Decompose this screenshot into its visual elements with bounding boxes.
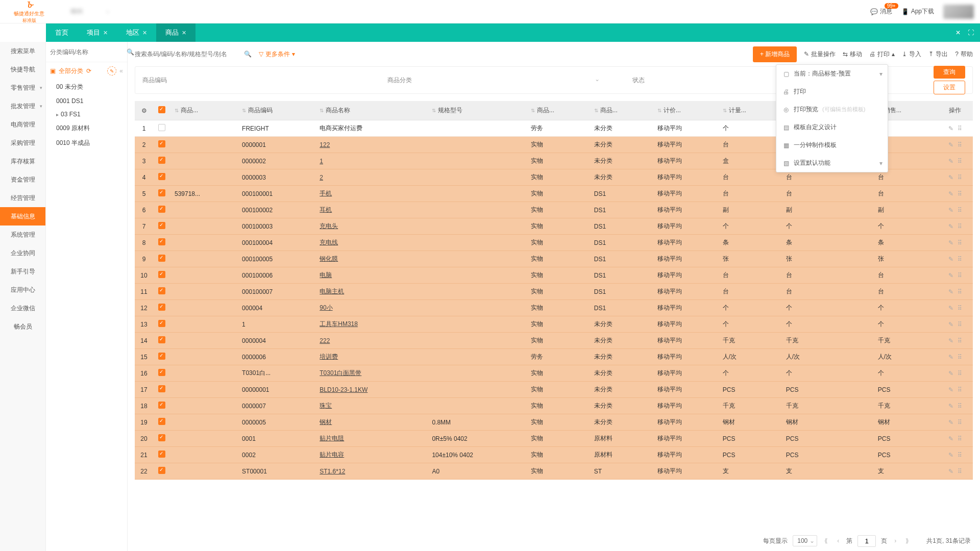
more-icon[interactable]: ⠿ — [958, 419, 962, 426]
user-avatar[interactable] — [943, 5, 974, 19]
gear-icon[interactable]: ⚙ — [141, 107, 147, 114]
help-button[interactable]: ?帮助 — [955, 50, 973, 59]
more-icon[interactable]: ⠿ — [958, 190, 962, 197]
fullscreen-button[interactable]: ⛶ — [968, 29, 974, 36]
sidebar-item[interactable]: 应用中心 — [0, 281, 45, 299]
edit-icon[interactable]: ✎ — [948, 354, 953, 361]
per-page-select[interactable]: 100 — [793, 535, 817, 546]
sidebar-item[interactable]: 系统管理 — [0, 226, 45, 244]
more-filters-button[interactable]: ▽ 更多条件 ▾ — [259, 50, 295, 59]
table-row[interactable]: 11000100007电脑主机实物DS1移动平均台台台✎⠿ — [135, 284, 973, 300]
product-name-link[interactable]: 充电头 — [320, 222, 338, 230]
tree-all-label[interactable]: 全部分类 — [59, 67, 83, 76]
row-checkbox[interactable] — [158, 140, 165, 147]
row-checkbox[interactable] — [158, 369, 165, 376]
tree-node[interactable]: 00 未分类 — [46, 80, 127, 94]
edit-icon[interactable]: ✎ — [948, 256, 953, 263]
sidebar-item[interactable]: 电商管理 — [0, 115, 45, 134]
sidebar-search[interactable]: 搜索菜单 — [0, 42, 45, 60]
row-checkbox[interactable] — [158, 450, 165, 458]
more-icon[interactable]: ⠿ — [958, 468, 962, 475]
column-header[interactable]: 规格型号 — [428, 101, 526, 120]
product-name-link[interactable]: 电脑主机 — [320, 288, 344, 295]
row-checkbox[interactable] — [158, 189, 165, 196]
product-name-link[interactable]: 耳机 — [320, 206, 332, 213]
edit-icon[interactable]: ✎ — [948, 321, 953, 328]
table-row[interactable]: 8000100004充电线实物DS1移动平均条条条✎⠿ — [135, 235, 973, 251]
more-icon[interactable]: ⠿ — [958, 158, 962, 165]
row-checkbox[interactable] — [158, 385, 165, 392]
tree-edit-icon[interactable]: ✎ — [107, 66, 116, 76]
close-icon[interactable]: ✕ — [182, 30, 186, 36]
more-icon[interactable]: ⠿ — [958, 403, 962, 410]
row-checkbox[interactable] — [158, 287, 165, 294]
sidebar-item[interactable]: 资金管理 — [0, 170, 45, 189]
edit-icon[interactable]: ✎ — [948, 190, 953, 197]
more-icon[interactable]: ⠿ — [958, 370, 962, 377]
tree-refresh-icon[interactable]: ⟳ — [86, 67, 91, 74]
more-icon[interactable]: ⠿ — [958, 452, 962, 459]
edit-icon[interactable]: ✎ — [948, 435, 953, 442]
print-preview-item[interactable]: ◎打印预览(可编辑当前模板) — [776, 101, 888, 118]
product-name-link[interactable]: 90小 — [320, 304, 332, 311]
more-icon[interactable]: ⠿ — [958, 174, 962, 181]
row-checkbox[interactable] — [158, 206, 165, 213]
column-header[interactable] — [153, 101, 170, 120]
tree-node[interactable]: 0010 半成品 — [46, 136, 127, 151]
close-icon[interactable]: ✕ — [142, 30, 147, 36]
more-icon[interactable]: ⠿ — [958, 435, 962, 442]
sidebar-item[interactable]: 新手引导 — [0, 262, 45, 281]
table-row[interactable]: 200001贴片电阻0R±5% 0402实物原材料移动平均PCSPCSPCS✎⠿ — [135, 431, 973, 447]
product-name-link[interactable]: ST1.6*12 — [320, 468, 345, 475]
messages-button[interactable]: 💬 消息 99+ — [870, 7, 892, 16]
edit-icon[interactable]: ✎ — [948, 288, 953, 295]
print-button[interactable]: 🖨打印▴ — [869, 50, 895, 59]
row-checkbox[interactable] — [158, 222, 165, 229]
column-header[interactable]: 商品名称 — [315, 101, 428, 120]
sidebar-item[interactable]: 基础信息 — [0, 207, 45, 226]
row-checkbox[interactable] — [158, 304, 165, 311]
tree-node[interactable]: 0009 原材料 — [46, 121, 127, 136]
product-name-link[interactable]: 手机 — [320, 190, 332, 197]
product-name-link[interactable]: 工具车HM318 — [320, 320, 358, 328]
tree-collapse-icon[interactable]: « — [119, 67, 123, 74]
tree-node[interactable]: 0001 DS1 — [46, 94, 127, 108]
sidebar-item[interactable]: 企业微信 — [0, 299, 45, 317]
edit-icon[interactable]: ✎ — [948, 207, 953, 214]
query-button[interactable]: 查询 — [934, 66, 965, 79]
column-header[interactable]: 商品... — [590, 101, 653, 120]
tree-node[interactable]: 03 FS1 — [46, 108, 127, 121]
row-checkbox[interactable] — [158, 157, 165, 164]
set-default-item[interactable]: ▧设置默认功能 — [776, 154, 888, 172]
quick-template-item[interactable]: ▦一分钟制作模板 — [776, 136, 888, 154]
import-button[interactable]: ⤓导入 — [902, 50, 921, 59]
product-name-link[interactable]: 贴片电阻 — [320, 435, 344, 442]
edit-icon[interactable]: ✎ — [948, 468, 953, 475]
print-item[interactable]: 🖨打印 — [776, 83, 888, 101]
sidebar-item[interactable]: 经营管理 — [0, 189, 45, 207]
column-header[interactable]: 商品... — [527, 101, 590, 120]
edit-icon[interactable]: ✎ — [948, 174, 953, 181]
more-icon[interactable]: ⠿ — [958, 386, 962, 393]
export-button[interactable]: ⤒导出 — [928, 50, 948, 59]
column-header[interactable]: 计价... — [653, 101, 719, 120]
app-download-button[interactable]: 📱 App下载 — [901, 7, 934, 16]
row-checkbox[interactable] — [158, 418, 165, 425]
table-row[interactable]: 140000004222实物未分类移动平均千克千克千克✎⠿ — [135, 333, 973, 349]
table-row[interactable]: 9000100005钢化膜实物DS1移动平均张张张✎⠿ — [135, 251, 973, 267]
prev-page-button[interactable]: ‹ — [835, 537, 841, 544]
more-icon[interactable]: ⠿ — [958, 337, 962, 344]
sidebar-item[interactable]: 零售管理 — [0, 79, 45, 97]
table-row[interactable]: 22ST00001ST1.6*12A0实物ST移动平均支支支✎⠿ — [135, 463, 973, 480]
tree-search-input[interactable] — [50, 48, 127, 56]
last-page-button[interactable]: ⟫ — [903, 537, 911, 544]
more-icon[interactable]: ⠿ — [958, 223, 962, 230]
product-name-link[interactable]: 培训费 — [320, 353, 338, 360]
product-name-link[interactable]: 充电线 — [320, 239, 338, 246]
product-name-link[interactable]: 2 — [320, 174, 323, 181]
sidebar-item[interactable]: 库存核算 — [0, 152, 45, 170]
table-row[interactable]: 16T0301白...T0301白面黑带实物未分类移动平均个个个✎⠿ — [135, 365, 973, 382]
tab-项目[interactable]: 项目✕ — [78, 23, 117, 42]
product-name-link[interactable]: T0301白面黑带 — [320, 369, 361, 377]
table-row[interactable]: 150000006培训费劳务未分类移动平均人/次人/次人/次✎⠿ — [135, 349, 973, 365]
